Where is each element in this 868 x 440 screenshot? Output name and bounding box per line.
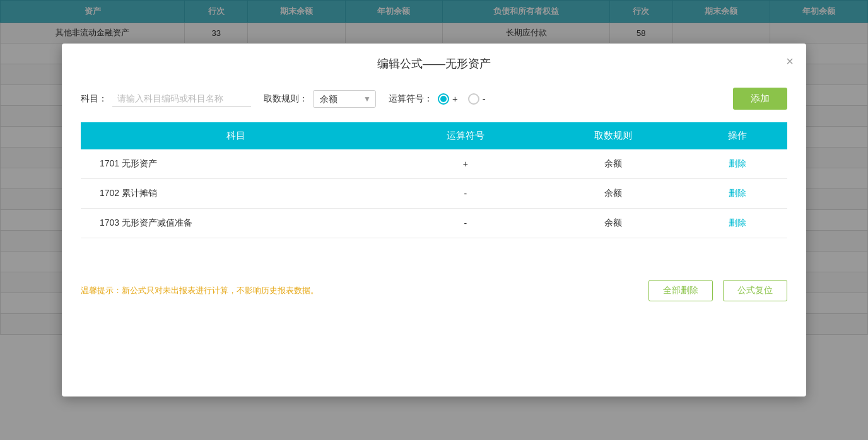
cell-subject: 1702 累计摊销	[81, 179, 391, 209]
delete-row-button[interactable]: 删除	[729, 188, 746, 199]
operator-plus-radio[interactable]: +	[438, 93, 458, 105]
subject-input[interactable]	[112, 91, 251, 107]
cell-rule: 余额	[539, 179, 688, 209]
cell-rule: 余额	[539, 149, 688, 179]
delete-all-button[interactable]: 全部删除	[648, 280, 713, 301]
cell-operator: +	[391, 149, 539, 179]
cell-subject: 1701 无形资产	[81, 149, 391, 179]
cell-subject: 1703 无形资产减值准备	[81, 209, 391, 238]
footer-buttons: 全部删除 公式复位	[648, 280, 787, 301]
operator-plus-label: +	[452, 93, 458, 104]
reset-formula-button[interactable]: 公式复位	[723, 280, 787, 301]
table-header-row: 科目 运算符号 取数规则 操作	[81, 122, 787, 149]
rule-label: 取数规则：	[264, 93, 308, 105]
cell-rule: 余额	[539, 209, 688, 238]
modal-title: 编辑公式——无形资产	[377, 56, 491, 71]
formula-table: 科目 运算符号 取数规则 操作 1701 无形资产 + 余额 删除 1702 累…	[81, 122, 787, 238]
modal-header: 编辑公式——无形资产 ×	[62, 43, 806, 81]
subject-group: 科目：	[81, 91, 251, 107]
rule-select-wrap: 余额 借方 贷方 借方发生额 贷方发生额 ▼	[313, 90, 376, 108]
add-button[interactable]: 添加	[733, 88, 787, 110]
subject-label: 科目：	[81, 93, 107, 105]
th-operator: 运算符号	[391, 122, 539, 149]
footer-hint: 温馨提示：新公式只对未出报表进行计算，不影响历史报表数据。	[81, 285, 319, 296]
table-row: 1703 无形资产减值准备 - 余额 删除	[81, 209, 787, 238]
cell-operator: -	[391, 179, 539, 209]
formula-form-row: 科目： 取数规则： 余额 借方 贷方 借方发生额 贷方发生额 ▼	[81, 88, 787, 110]
radio-minus-circle	[468, 93, 479, 105]
operator-minus-radio[interactable]: -	[468, 93, 486, 105]
cell-action: 删除	[688, 179, 787, 209]
rule-select[interactable]: 余额 借方 贷方 借方发生额 贷方发生额	[313, 90, 376, 108]
edit-formula-modal: 编辑公式——无形资产 × 科目： 取数规则： 余额 借方 贷方 借方发生额	[62, 43, 806, 397]
modal-close-button[interactable]: ×	[786, 55, 794, 67]
cell-operator: -	[391, 209, 539, 238]
cell-action: 删除	[688, 209, 787, 238]
table-row: 1702 累计摊销 - 余额 删除	[81, 179, 787, 209]
th-subject: 科目	[81, 122, 391, 149]
th-rule: 取数规则	[539, 122, 688, 149]
table-row: 1701 无形资产 + 余额 删除	[81, 149, 787, 179]
radio-plus-circle	[438, 93, 449, 105]
operator-label: 运算符号：	[389, 93, 433, 105]
th-action: 操作	[688, 122, 787, 149]
operator-minus-label: -	[483, 93, 486, 104]
modal-body: 科目： 取数规则： 余额 借方 贷方 借方发生额 贷方发生额 ▼	[62, 81, 806, 263]
operator-radio-group: + -	[438, 93, 486, 105]
delete-row-button[interactable]: 删除	[729, 217, 746, 229]
cell-action: 删除	[688, 149, 787, 179]
delete-row-button[interactable]: 删除	[729, 158, 746, 170]
operator-group: 运算符号： + -	[389, 93, 486, 105]
rule-group: 取数规则： 余额 借方 贷方 借方发生额 贷方发生额 ▼	[264, 90, 376, 108]
modal-footer: 温馨提示：新公式只对未出报表进行计算，不影响历史报表数据。 全部删除 公式复位	[62, 270, 806, 316]
